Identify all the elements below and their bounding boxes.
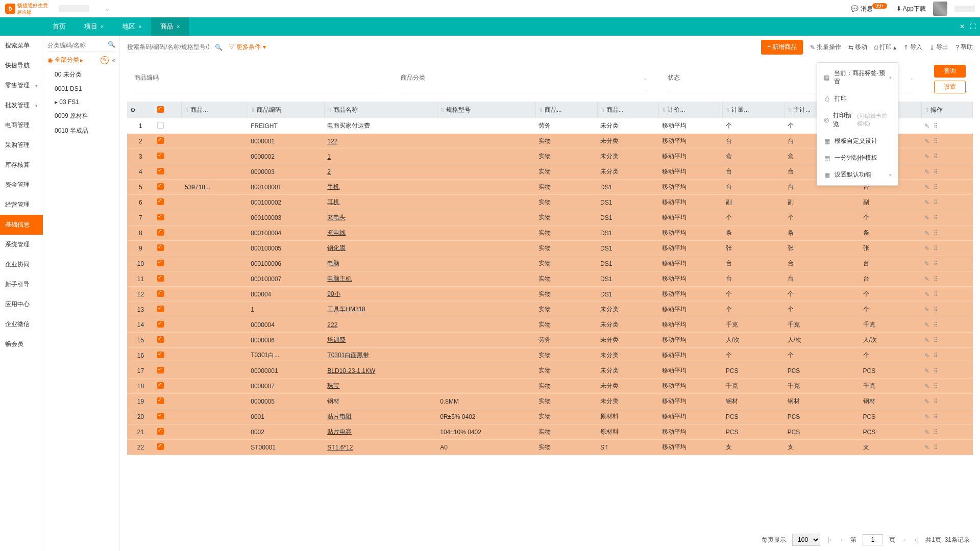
- sidebar-item[interactable]: 畅会员: [0, 334, 43, 354]
- edit-icon[interactable]: ✎: [924, 184, 929, 191]
- category-item[interactable]: 0009 原材料: [47, 109, 115, 123]
- import-link[interactable]: ⤒导入: [903, 43, 922, 52]
- sidebar-item[interactable]: 系统管理: [0, 235, 43, 255]
- column-header[interactable]: ⚙: [127, 102, 154, 118]
- product-name-link[interactable]: BLD10-23-1.1KW: [327, 367, 375, 374]
- table-row[interactable]: 131工具车HM318实物未分类移动平均个个个✎⠿: [127, 302, 973, 317]
- prev-page-icon[interactable]: ‹: [839, 536, 844, 543]
- sidebar-item[interactable]: 企业微信: [0, 314, 43, 334]
- sort-icon[interactable]: ⇅: [601, 108, 605, 113]
- product-name-link[interactable]: 工具车HM318: [327, 306, 365, 313]
- select-all-checkbox[interactable]: [157, 106, 164, 113]
- product-name-link[interactable]: 1: [327, 153, 331, 160]
- more-icon[interactable]: ⠿: [934, 245, 938, 252]
- setting-button[interactable]: 设置: [934, 81, 966, 93]
- row-checkbox[interactable]: [157, 229, 164, 236]
- sidebar-item[interactable]: 经营管理: [0, 195, 43, 215]
- row-checkbox[interactable]: [157, 443, 164, 450]
- row-checkbox[interactable]: [157, 428, 164, 435]
- product-name-link[interactable]: 耳机: [327, 198, 339, 206]
- edit-icon[interactable]: ✎: [924, 260, 929, 267]
- add-product-button[interactable]: + 新增商品: [761, 40, 803, 55]
- table-row[interactable]: 200001贴片电阻0R±5% 0402实物原材料移动平均PCSPCSPCS✎⠿: [127, 409, 973, 424]
- more-icon[interactable]: ⠿: [934, 383, 938, 390]
- product-name-link[interactable]: T0301白面黑带: [327, 352, 369, 359]
- close-icon[interactable]: ×: [138, 23, 141, 30]
- page-input[interactable]: [863, 534, 883, 545]
- messages-link[interactable]: 💬 消息 99+: [851, 5, 889, 13]
- product-name-link[interactable]: 电脑: [327, 260, 339, 267]
- product-name-link[interactable]: 充电头: [327, 214, 346, 221]
- app-download-link[interactable]: ⬇ App下载: [896, 5, 926, 13]
- more-icon[interactable]: ⠿: [934, 337, 938, 344]
- table-row[interactable]: 140000004222实物未分类移动平均千克千克千克✎⠿: [127, 317, 973, 333]
- print-dropdown-item[interactable]: ▤一分钟制作模板: [817, 149, 898, 166]
- more-icon[interactable]: ⠿: [934, 276, 938, 283]
- row-checkbox[interactable]: [157, 275, 164, 282]
- filter-code[interactable]: 商品编码: [134, 65, 380, 93]
- more-icon[interactable]: ⠿: [934, 214, 938, 221]
- product-name-link[interactable]: 222: [327, 321, 337, 329]
- more-icon[interactable]: ⠿: [934, 199, 938, 206]
- search-input[interactable]: [127, 41, 209, 53]
- sidebar-item[interactable]: 新手引导: [0, 274, 43, 294]
- first-page-icon[interactable]: |‹: [826, 536, 833, 543]
- print-dropdown-item[interactable]: ⎙打印: [817, 90, 898, 107]
- row-checkbox[interactable]: [157, 382, 164, 389]
- help-link[interactable]: ?帮助: [955, 43, 973, 52]
- edit-icon[interactable]: ✎: [924, 153, 929, 160]
- table-row[interactable]: 210002贴片电容104±10% 0402实物原材料移动平均PCSPCSPCS…: [127, 424, 973, 440]
- column-header[interactable]: [154, 102, 182, 118]
- category-item[interactable]: 00 未分类: [47, 67, 115, 82]
- column-header[interactable]: ⇅规格型号: [437, 102, 535, 118]
- edit-icon[interactable]: ✎: [924, 245, 929, 252]
- tab-首页[interactable]: 首页: [43, 17, 75, 36]
- column-header[interactable]: ⇅计价...: [659, 102, 723, 118]
- more-icon[interactable]: ⠿: [934, 306, 938, 313]
- more-icon[interactable]: ⠿: [934, 184, 938, 191]
- close-icon[interactable]: ×: [101, 23, 104, 30]
- more-icon[interactable]: ⠿: [934, 429, 938, 436]
- gear-icon[interactable]: ⚙: [130, 107, 136, 114]
- search-button[interactable]: 查询: [934, 65, 966, 78]
- table-row[interactable]: 190000005钢材0.8MM实物未分类移动平均钢材钢材钢材✎⠿: [127, 394, 973, 409]
- more-icon[interactable]: ⠿: [934, 168, 938, 176]
- more-icon[interactable]: ⠿: [934, 413, 938, 420]
- sort-icon[interactable]: ⇅: [726, 108, 730, 113]
- category-item[interactable]: 0010 半成品: [47, 123, 115, 138]
- row-checkbox[interactable]: [157, 367, 164, 373]
- product-name-link[interactable]: 手机: [327, 183, 339, 190]
- sort-icon[interactable]: ⇅: [440, 108, 445, 113]
- category-all[interactable]: ◉ 全部分类 ▸ ✎ «: [47, 56, 115, 64]
- collapse-icon[interactable]: «: [112, 57, 115, 64]
- row-checkbox[interactable]: [157, 290, 164, 297]
- more-icon[interactable]: ⠿: [934, 122, 938, 130]
- print-current-template[interactable]: ▦ 当前：商品标签-预置 ▾: [817, 65, 898, 90]
- more-icon[interactable]: ⠿: [934, 260, 938, 267]
- category-search-input[interactable]: [47, 40, 115, 52]
- sort-icon[interactable]: ⇅: [925, 108, 929, 113]
- print-link[interactable]: ⎙打印 ▴: [874, 43, 896, 52]
- search-icon[interactable]: 🔍: [215, 44, 223, 51]
- edit-icon[interactable]: ✎: [924, 276, 929, 283]
- table-row[interactable]: 1200000490小实物DS1移动平均个个个✎⠿: [127, 287, 973, 302]
- edit-icon[interactable]: ✎: [924, 413, 929, 420]
- column-header[interactable]: ⇅操作: [921, 102, 972, 118]
- table-row[interactable]: 16T0301白...T0301白面黑带实物未分类移动平均个个个✎⠿: [127, 348, 973, 363]
- product-name-link[interactable]: 贴片电阻: [327, 413, 352, 420]
- tab-项目[interactable]: 项目×: [75, 17, 113, 36]
- edit-icon[interactable]: ✎: [924, 306, 929, 313]
- row-checkbox[interactable]: [157, 183, 164, 190]
- product-name-link[interactable]: 2: [327, 168, 331, 176]
- column-header[interactable]: ⇅商品名称: [324, 102, 437, 118]
- product-name-link[interactable]: 贴片电容: [327, 428, 352, 435]
- print-dropdown-item[interactable]: ▦设置默认功能▾: [817, 166, 898, 183]
- tab-商品[interactable]: 商品×: [151, 17, 189, 36]
- more-icon[interactable]: ⠿: [934, 153, 938, 160]
- sort-icon[interactable]: ⇅: [328, 108, 332, 113]
- table-row[interactable]: 11000100007电脑主机实物DS1移动平均台台台✎⠿: [127, 271, 973, 287]
- sidebar-item[interactable]: 零售管理▾: [0, 76, 43, 95]
- table-row[interactable]: 180000007珠宝实物未分类移动平均千克千克千克✎⠿: [127, 379, 973, 394]
- table-row[interactable]: 9000100005钢化膜实物DS1移动平均张张张✎⠿: [127, 241, 973, 256]
- sidebar-item[interactable]: 搜索菜单: [0, 36, 43, 56]
